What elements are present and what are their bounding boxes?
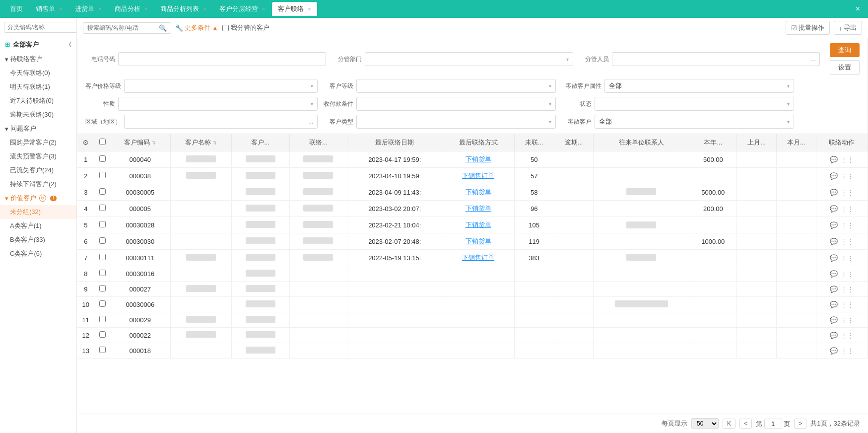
more-icon[interactable]: ⋮⋮	[841, 238, 854, 245]
close-tab-customer-contact[interactable]: ×	[308, 6, 311, 12]
status-select[interactable]: ▾	[595, 97, 794, 111]
contact-method-link[interactable]: 下销货单	[466, 188, 491, 196]
more-icon[interactable]: ⋮⋮	[841, 221, 854, 229]
reset-button[interactable]: 设置	[830, 60, 860, 75]
retail-customer-select[interactable]: 全部 ▾	[595, 115, 794, 129]
chat-icon[interactable]: 💬	[830, 172, 838, 180]
tab-sales[interactable]: 销售单 ×	[30, 2, 68, 16]
more-icon[interactable]: ⋮⋮	[841, 172, 854, 180]
more-icon[interactable]: ⋮⋮	[841, 156, 854, 163]
dots-icon-2[interactable]: ...	[308, 118, 313, 125]
contact-method-link[interactable]: 下销货单	[466, 221, 491, 228]
row-checkbox[interactable]	[99, 316, 106, 322]
per-page-select[interactable]: 50 100 200	[691, 418, 719, 429]
row-checkbox[interactable]	[99, 205, 106, 211]
row-checkbox[interactable]	[99, 270, 106, 276]
sort-icon[interactable]: ⇅	[152, 141, 156, 145]
sidebar-item-declining[interactable]: 持续下滑客户(2)	[0, 177, 76, 191]
chat-icon[interactable]: 💬	[830, 347, 838, 355]
tab-customer-segment[interactable]: 客户分层经营 ×	[213, 2, 271, 16]
sidebar-group-pending[interactable]: ▾ 待联络客户	[0, 52, 76, 66]
sidebar-item-7days[interactable]: 近7天待联络(0)	[0, 94, 76, 108]
close-tab-product-list[interactable]: ×	[203, 6, 206, 12]
row-checkbox[interactable]	[99, 331, 106, 338]
first-page-button[interactable]: K	[723, 419, 735, 429]
tab-customer-contact[interactable]: 客户联络 ×	[272, 2, 317, 16]
more-icon[interactable]: ⋮⋮	[841, 205, 854, 213]
chat-icon[interactable]: 💬	[830, 286, 838, 293]
close-tab-sales[interactable]: ×	[59, 6, 62, 12]
row-checkbox[interactable]	[99, 188, 106, 195]
sidebar-all-customers[interactable]: ⊞ 全部客户 《	[0, 37, 76, 52]
tab-product-analysis-list[interactable]: 商品分析列表 ×	[154, 2, 212, 16]
row-checkbox[interactable]	[99, 155, 106, 162]
sidebar-item-class-b[interactable]: B类客户(33)	[0, 233, 76, 247]
chat-icon[interactable]: 💬	[830, 205, 838, 213]
row-checkbox[interactable]	[99, 285, 106, 291]
gear-icon[interactable]: ⚙	[82, 139, 89, 146]
customer-type-select[interactable]: ▾	[356, 115, 556, 129]
filter-search-icon[interactable]: 🔍	[159, 24, 167, 32]
price-level-select[interactable]: ▾	[124, 79, 318, 93]
row-checkbox[interactable]	[99, 237, 106, 244]
chat-icon[interactable]: 💬	[830, 332, 838, 339]
sort-icon-2[interactable]: ⇅	[213, 141, 217, 145]
phone-input[interactable]	[118, 52, 326, 66]
row-checkbox[interactable]	[99, 347, 106, 353]
more-icon[interactable]: ⋮⋮	[841, 316, 854, 324]
sidebar-item-tomorrow[interactable]: 明天待联络(1)	[0, 80, 76, 94]
contact-method-link[interactable]: 下销货单	[466, 205, 491, 212]
close-window-button[interactable]: ×	[852, 4, 864, 13]
close-tab-product-analysis[interactable]: ×	[144, 6, 147, 12]
sidebar-item-abnormal[interactable]: 囤购异常客户(2)	[0, 136, 76, 149]
more-icon[interactable]: ⋮⋮	[841, 254, 854, 262]
row-checkbox[interactable]	[99, 172, 106, 178]
tab-home[interactable]: 首页	[4, 2, 29, 16]
contact-method-link[interactable]: 下销售订单	[462, 172, 494, 179]
tab-product-analysis[interactable]: 商品分析 ×	[109, 2, 153, 16]
customer-level-select[interactable]: ▾	[356, 79, 556, 93]
close-tab-customer-segment[interactable]: ×	[262, 6, 265, 12]
retail-attr-select[interactable]: 全部 ▾	[604, 79, 794, 93]
sidebar-item-today[interactable]: 今天待联络(0)	[0, 66, 76, 80]
sidebar-item-class-c[interactable]: C类客户(6)	[0, 247, 76, 261]
next-page-button[interactable]: >	[794, 419, 806, 429]
more-icon[interactable]: ⋮⋮	[841, 286, 854, 293]
query-button[interactable]: 查询	[830, 43, 860, 57]
sidebar-item-churned[interactable]: 已流失客户(24)	[0, 163, 76, 177]
page-number-input[interactable]	[764, 419, 782, 429]
dots-icon[interactable]: ...	[810, 56, 815, 63]
department-select[interactable]: ▾	[365, 52, 573, 66]
sidebar-item-churn-warning[interactable]: 流失预警客户(3)	[0, 149, 76, 163]
gender-select[interactable]: ▾	[118, 97, 318, 111]
chat-icon[interactable]: 💬	[830, 238, 838, 245]
payment-select[interactable]: ▾	[356, 97, 556, 111]
chat-icon[interactable]: 💬	[830, 316, 838, 324]
close-tab-purchase[interactable]: ×	[98, 6, 101, 12]
sidebar-group-problem[interactable]: ▾ 问题客户	[0, 122, 76, 136]
contact-method-link[interactable]: 下销货单	[466, 155, 491, 163]
select-all-checkbox[interactable]	[99, 139, 106, 145]
prev-page-button[interactable]: <	[739, 419, 752, 429]
filter-search-input[interactable]	[87, 24, 157, 31]
row-checkbox[interactable]	[99, 221, 106, 227]
sidebar-item-ungroup[interactable]: 未分组(32)	[0, 205, 76, 219]
chat-icon[interactable]: 💬	[830, 301, 838, 308]
chat-icon[interactable]: 💬	[830, 156, 838, 163]
sidebar-search-input[interactable]	[4, 22, 77, 33]
more-icon[interactable]: ⋮⋮	[841, 332, 854, 339]
refresh-icon[interactable]: ↻	[39, 195, 46, 202]
row-checkbox[interactable]	[99, 254, 106, 260]
sidebar-item-class-a[interactable]: A类客户(1)	[0, 219, 76, 233]
contact-method-link[interactable]: 下销售订单	[462, 254, 494, 261]
region-select[interactable]: ...	[124, 115, 318, 129]
chat-icon[interactable]: 💬	[830, 270, 838, 278]
manager-select[interactable]: ...	[612, 52, 820, 66]
sidebar-item-overdue[interactable]: 逾期未联络(30)	[0, 108, 76, 122]
filter-more-conditions[interactable]: 🔧 更多条件 ▲	[175, 23, 218, 32]
col-settings[interactable]: ⚙	[77, 134, 95, 151]
more-icon[interactable]: ⋮⋮	[841, 301, 854, 308]
sidebar-group-value[interactable]: ▾ 价值客户 ↻ !	[0, 191, 76, 205]
chat-icon[interactable]: 💬	[830, 254, 838, 262]
export-button[interactable]: ↓ 导出	[834, 21, 863, 35]
